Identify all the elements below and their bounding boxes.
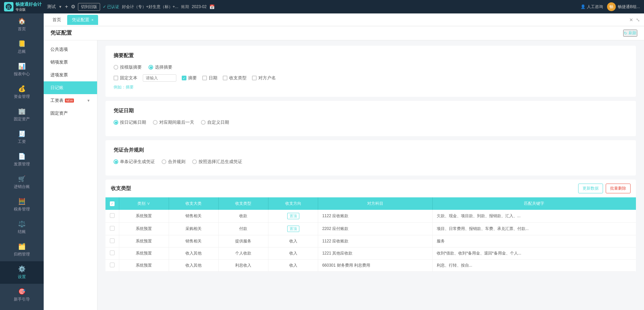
avatar: 畅 bbox=[607, 2, 616, 11]
sidebar-label-salary: 工资 bbox=[18, 139, 26, 145]
radio-single[interactable]: 单条记录生成凭证 bbox=[114, 159, 155, 165]
radio-period-last[interactable]: 对应期间最后一天 bbox=[153, 119, 194, 125]
sidebar-item-settle[interactable]: ⚖️ 结账 bbox=[0, 216, 44, 239]
user-menu[interactable]: 畅 畅捷通B组... bbox=[607, 2, 640, 11]
row-category-1: 系统预置 bbox=[119, 210, 169, 223]
sidebar-item-home[interactable]: 🏠 首页 bbox=[0, 13, 44, 36]
checkbox-box-summary: ✓ bbox=[182, 76, 186, 80]
sidebar-item-member[interactable]: 💎 畅会员 bbox=[0, 306, 44, 310]
check-icon: ✓ bbox=[103, 4, 106, 9]
left-nav-purchase-invoice[interactable]: 进项发票 bbox=[44, 69, 97, 81]
dropdown-arrow-icon[interactable]: ▼ bbox=[58, 5, 62, 9]
select-all-checkbox[interactable]: ✓ bbox=[110, 201, 115, 206]
add-icon[interactable]: + bbox=[65, 3, 68, 10]
row-major-3: 销售相关 bbox=[169, 235, 218, 247]
top-tag[interactable]: 置顶 bbox=[287, 213, 299, 219]
row-checkbox-2[interactable] bbox=[110, 226, 115, 231]
refresh-button[interactable]: ↻ 刷新 bbox=[623, 30, 637, 37]
left-nav-payroll[interactable]: 工资表 NEW ▼ bbox=[44, 94, 97, 107]
sidebar-item-finance[interactable]: 💰 资金管理 bbox=[0, 81, 44, 104]
sidebar-item-report[interactable]: 📊 报表中心 bbox=[0, 59, 44, 81]
left-nav-journal[interactable]: 日记账 bbox=[44, 81, 97, 94]
radio-journal-date[interactable]: 按日记账日期 bbox=[114, 119, 146, 125]
sidebar-item-assets[interactable]: 🏢 固定资产 bbox=[0, 104, 44, 126]
row-major-2: 采购相关 bbox=[169, 223, 218, 235]
example-row: 例如：摘要 bbox=[114, 84, 628, 90]
radio-circle-template bbox=[114, 65, 118, 70]
checkbox-counterpart[interactable]: 对方户名 bbox=[252, 75, 276, 81]
sidebar-item-purchase[interactable]: 🛒 进销台账 bbox=[0, 171, 44, 194]
sidebar-item-archive[interactable]: 🗂️ 归档管理 bbox=[0, 239, 44, 261]
fixed-text-input[interactable] bbox=[143, 74, 176, 82]
update-data-button[interactable]: 更新数据 bbox=[578, 184, 603, 193]
switch-version-button[interactable]: 切到旧版 bbox=[78, 3, 100, 11]
table-row: 系统预置 销售相关 提供服务 收入 1122 应收账款 服务 bbox=[105, 235, 636, 247]
sidebar-item-guide[interactable]: 🎯 新手引导 bbox=[0, 284, 44, 306]
summary-checkbox-row: 固定文本 ✓ 摘要 日期 收支类型 bbox=[114, 74, 628, 82]
checkbox-fixed-text[interactable]: 固定文本 bbox=[114, 75, 137, 81]
row-direction-3: 收入 bbox=[268, 235, 318, 247]
checkbox-date[interactable]: 日期 bbox=[202, 75, 217, 81]
sidebar-item-invoice-mgr[interactable]: 📄 发票管理 bbox=[0, 149, 44, 171]
tab-close-icon[interactable]: × bbox=[91, 15, 93, 25]
checkbox-box-type bbox=[223, 76, 227, 80]
tab-home[interactable]: 首页 bbox=[48, 15, 66, 25]
table-row: 系统预置 收入其他 个人收款 收入 1221 其他应收款 收到*借款、收到*备用… bbox=[105, 247, 636, 260]
top-tag[interactable]: 置顶 bbox=[287, 226, 299, 232]
gear-icon[interactable]: ⚙ bbox=[71, 4, 75, 10]
summary-title: 摘要配置 bbox=[114, 52, 628, 59]
sidebar-item-tax[interactable]: 🧮 税务管理 bbox=[0, 194, 44, 216]
merge-radio-group: 单条记录生成凭证 合并规则 按照选择汇总生成凭证 bbox=[114, 159, 628, 165]
finance-icon: 💰 bbox=[18, 85, 26, 92]
content-area: 首页 凭证配置 × ✕ ⤡ 凭证配置 ↻ 刷新 公共选项 bbox=[44, 13, 644, 310]
row-checkbox-4[interactable] bbox=[110, 250, 115, 255]
period-label: 账期 bbox=[181, 4, 189, 10]
company-name[interactable]: 测试 bbox=[47, 4, 56, 10]
certified-badge: ✓ 已认证 bbox=[103, 4, 119, 10]
sidebar-item-ledger[interactable]: 📒 总账 bbox=[0, 36, 44, 59]
radio-custom-date[interactable]: 自定义日期 bbox=[201, 119, 229, 125]
batch-delete-button[interactable]: 批量删除 bbox=[606, 184, 631, 193]
refresh-icon: ↻ bbox=[624, 31, 627, 36]
logo-icon: 云 bbox=[4, 2, 13, 11]
new-badge: NEW bbox=[65, 99, 74, 103]
row-checkbox-3[interactable] bbox=[110, 238, 115, 243]
date-radio-group: 按日记账日期 对应期间最后一天 自定义日期 bbox=[114, 119, 628, 125]
radio-template-summary[interactable]: 按模版摘要 bbox=[114, 64, 142, 70]
radio-circle-custom bbox=[201, 120, 206, 125]
window-maximize-icon[interactable]: ⤡ bbox=[636, 17, 640, 23]
calendar-icon[interactable]: 📅 bbox=[209, 4, 215, 9]
row-direction-1: 置顶 bbox=[268, 210, 318, 223]
row-checkbox-5[interactable] bbox=[110, 263, 115, 267]
checkbox-type[interactable]: 收支类型 bbox=[223, 75, 247, 81]
row-type-5: 利息收入 bbox=[218, 260, 268, 272]
expand-arrow-icon: ▼ bbox=[87, 99, 90, 103]
radio-select-summary[interactable]: 按照选择汇总生成凭证 bbox=[192, 159, 242, 165]
two-col-layout: 公共选项 销项发票 进项发票 日记账 工资表 NEW ▼ 固定资产 bbox=[44, 40, 644, 310]
left-nav-fixed-assets[interactable]: 固定资产 bbox=[44, 107, 97, 120]
row-checkbox-1[interactable] bbox=[110, 213, 115, 218]
radio-merge-rule[interactable]: 合并规则 bbox=[162, 159, 185, 165]
tab-voucher-config[interactable]: 凭证配置 × bbox=[67, 15, 98, 25]
assets-icon: 🏢 bbox=[18, 108, 26, 115]
topbar: 云 畅捷通好会计 专业版 测试 ▼ + ⚙ 切到旧版 ✓ 已认证 好会计（专）+… bbox=[0, 0, 644, 13]
th-checkbox[interactable]: ✓ bbox=[105, 197, 119, 210]
income-section: 收支类型 更新数据 批量删除 ✓ 类别 ∨ bbox=[105, 180, 636, 272]
logo-text: 畅捷通好会计 bbox=[15, 1, 42, 7]
row-category-2: 系统预置 bbox=[119, 223, 169, 235]
service-button[interactable]: 👤 人工咨询 bbox=[581, 4, 603, 10]
checkbox-box-date bbox=[202, 76, 207, 80]
checkbox-summary[interactable]: ✓ 摘要 bbox=[182, 75, 197, 81]
report-icon: 📊 bbox=[18, 63, 26, 70]
sidebar-item-salary[interactable]: 🧾 工资 bbox=[0, 126, 44, 149]
sidebar-label-invoice-mgr: 发票管理 bbox=[14, 161, 30, 167]
left-nav-public[interactable]: 公共选项 bbox=[44, 43, 97, 56]
radio-circle-journal-date bbox=[114, 120, 118, 125]
left-nav-sales-invoice[interactable]: 销项发票 bbox=[44, 56, 97, 69]
topbar-mid: 测试 ▼ + ⚙ 切到旧版 ✓ 已认证 好会计（专）+好生意（标）+... 账期… bbox=[47, 3, 578, 11]
sidebar-item-settings[interactable]: ⚙️ 设置 bbox=[0, 261, 44, 284]
window-close-icon[interactable]: ✕ bbox=[629, 17, 633, 23]
radio-circle-merge-rule bbox=[162, 159, 166, 164]
radio-select-summary[interactable]: 选择摘要 bbox=[148, 64, 172, 70]
period-value[interactable]: 2023-02 bbox=[192, 4, 207, 9]
